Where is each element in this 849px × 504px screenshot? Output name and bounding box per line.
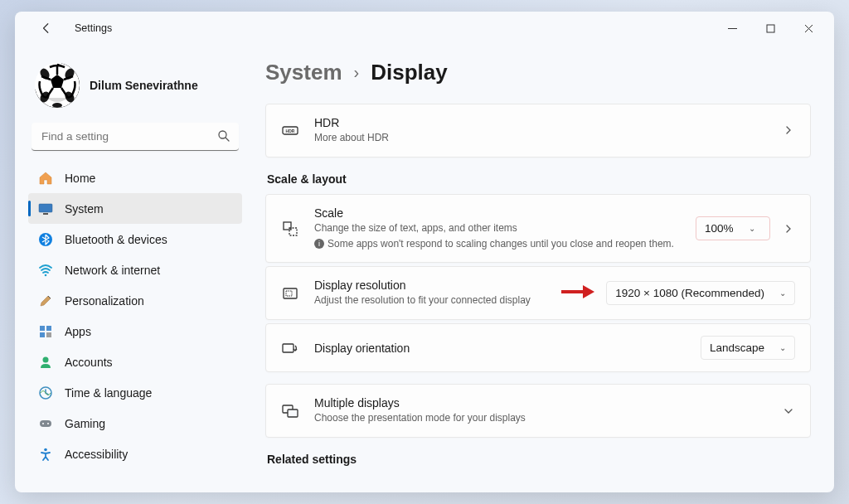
card-hdr[interactable]: HDR HDR More about HDR: [265, 104, 811, 158]
sidebar-item-accounts[interactable]: Accounts: [28, 346, 242, 377]
card-title: Display resolution: [314, 279, 546, 292]
card-note: Some apps won't respond to scaling chang…: [327, 238, 674, 250]
accessibility-icon: [38, 447, 53, 462]
card-subtitle: Choose the presentation mode for your di…: [314, 411, 767, 425]
search-input[interactable]: [32, 123, 239, 151]
resolution-dropdown[interactable]: 1920 × 1080 (Recommended) ⌄: [606, 281, 795, 305]
card-subtitle: Adjust the resolution to fit your connec…: [314, 293, 546, 308]
card-multiple-displays[interactable]: Multiple displays Choose the presentatio…: [265, 384, 811, 438]
bluetooth-icon: [38, 232, 53, 247]
sidebar-item-label: Network & internet: [65, 264, 160, 277]
accounts-icon: [38, 355, 53, 370]
sidebar-item-label: Home: [65, 172, 95, 185]
sidebar-nav: Home System Bluetooth & devices Network …: [25, 162, 245, 486]
chevron-right-icon: [782, 125, 795, 135]
card-resolution[interactable]: Display resolution Adjust the resolution…: [265, 266, 811, 320]
svg-rect-10: [43, 213, 48, 215]
sidebar-item-label: Accounts: [65, 356, 113, 369]
card-subtitle: Change the size of text, apps, and other…: [314, 221, 681, 235]
sidebar-item-time[interactable]: Time & language: [28, 377, 242, 408]
time-icon: [38, 385, 53, 400]
chevron-right-icon: ›: [354, 63, 360, 82]
info-icon: i: [314, 239, 324, 249]
svg-point-7: [52, 103, 62, 108]
svg-rect-15: [40, 332, 45, 337]
sidebar-item-label: Gaming: [65, 417, 105, 430]
system-icon: [38, 201, 53, 216]
search-box: [32, 123, 239, 151]
avatar: [35, 63, 80, 108]
sidebar-item-label: Personalization: [65, 294, 144, 308]
svg-rect-27: [284, 288, 297, 298]
svg-rect-31: [288, 410, 298, 417]
multiple-displays-icon: [281, 402, 299, 420]
svg-point-17: [43, 356, 49, 362]
dropdown-value: Landscape: [710, 342, 764, 354]
section-scale-layout: Scale & layout: [267, 172, 811, 186]
profile[interactable]: Dilum Senevirathne: [25, 51, 245, 123]
sidebar-item-home[interactable]: Home: [28, 162, 242, 193]
sidebar-item-apps[interactable]: Apps: [28, 316, 242, 346]
sidebar-item-system[interactable]: System: [28, 193, 242, 224]
scale-dropdown[interactable]: 100% ⌄: [696, 216, 770, 240]
apps-icon: [38, 324, 53, 339]
orientation-icon: [281, 339, 299, 357]
sidebar-item-label: Accessibility: [65, 448, 128, 461]
sidebar-item-label: Apps: [65, 325, 91, 338]
svg-rect-13: [40, 326, 45, 331]
dropdown-value: 100%: [705, 222, 734, 235]
scale-icon: [281, 220, 299, 238]
close-button[interactable]: [789, 15, 827, 41]
sidebar-item-label: System: [65, 202, 104, 216]
minimize-button[interactable]: [713, 15, 751, 41]
search-icon: [217, 129, 230, 146]
card-title: Multiple displays: [314, 396, 767, 410]
card-title: HDR: [314, 116, 767, 129]
card-scale[interactable]: Scale Change the size of text, apps, and…: [265, 194, 811, 264]
svg-point-21: [47, 423, 49, 424]
maximize-button[interactable]: [751, 15, 789, 41]
card-title: Display orientation: [314, 342, 686, 355]
dropdown-value: 1920 × 1080 (Recommended): [615, 287, 764, 299]
sidebar: Dilum Senevirathne Home System Bluetooth…: [15, 45, 255, 492]
gaming-icon: [38, 416, 53, 431]
sidebar-item-label: Time & language: [65, 386, 152, 400]
network-icon: [38, 263, 53, 278]
sidebar-item-personalization[interactable]: Personalization: [28, 285, 242, 316]
svg-rect-14: [46, 326, 51, 331]
svg-rect-19: [40, 420, 51, 427]
card-subtitle: More about HDR: [314, 131, 767, 145]
svg-rect-0: [767, 25, 774, 32]
breadcrumb-display: Display: [371, 60, 448, 85]
home-icon: [38, 171, 53, 186]
chevron-right-icon[interactable]: [782, 224, 795, 234]
window-title: Settings: [75, 22, 112, 34]
chevron-down-icon[interactable]: [782, 406, 795, 416]
hdr-icon: HDR: [281, 121, 299, 139]
card-title: Scale: [314, 206, 681, 220]
annotation-arrow: [561, 285, 594, 302]
chevron-down-icon: ⌄: [779, 343, 786, 352]
sidebar-item-bluetooth[interactable]: Bluetooth & devices: [28, 224, 242, 254]
section-related: Related settings: [267, 453, 811, 466]
svg-rect-28: [286, 291, 292, 296]
breadcrumb: System › Display: [265, 60, 811, 85]
svg-rect-29: [283, 344, 294, 352]
back-button[interactable]: [33, 15, 60, 41]
username: Dilum Senevirathne: [90, 79, 198, 92]
sidebar-item-gaming[interactable]: Gaming: [28, 408, 242, 439]
svg-point-20: [42, 423, 44, 424]
chevron-down-icon: ⌄: [779, 288, 786, 298]
breadcrumb-system[interactable]: System: [265, 60, 342, 85]
sidebar-item-accessibility[interactable]: Accessibility: [28, 439, 242, 469]
svg-rect-9: [39, 204, 52, 212]
settings-window: Settings Dilum Senevirathne Home: [15, 12, 834, 492]
chevron-down-icon: ⌄: [749, 224, 755, 233]
resolution-icon: [281, 284, 299, 303]
card-orientation[interactable]: Display orientation Landscape ⌄: [265, 323, 811, 372]
sidebar-item-label: Bluetooth & devices: [65, 233, 167, 246]
orientation-dropdown[interactable]: Landscape ⌄: [701, 336, 795, 360]
svg-point-22: [44, 448, 47, 451]
svg-text:HDR: HDR: [286, 128, 295, 133]
sidebar-item-network[interactable]: Network & internet: [28, 254, 242, 285]
